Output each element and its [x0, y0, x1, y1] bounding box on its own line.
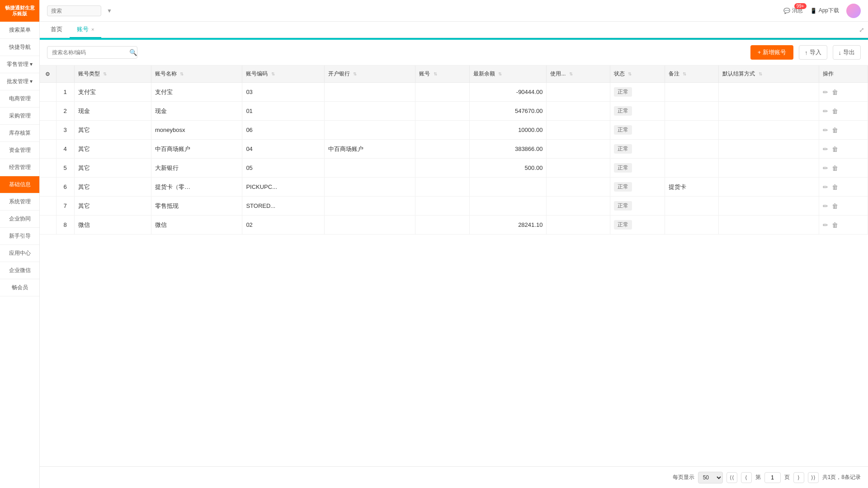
bell-icon: 💬 — [783, 8, 790, 14]
tab-account[interactable]: 账号× — [70, 22, 101, 38]
row-account-name-3: 中百商场账户 — [151, 140, 242, 159]
sidebar-item-enterprise-wechat[interactable]: 企业微信 — [0, 262, 39, 279]
sidebar-item-app-center[interactable]: 应用中心 — [0, 245, 39, 262]
total-label: 共1页，8条记录 — [822, 474, 861, 481]
app-download-label: App下载 — [819, 7, 839, 14]
row-account-code-1: 01 — [242, 102, 325, 121]
row-balance-4: 500.00 — [469, 159, 546, 178]
delete-icon-1[interactable]: 🗑 — [832, 108, 838, 115]
col-usage[interactable]: 使用... ⇅ — [547, 66, 610, 83]
row-default-settlement-3 — [719, 140, 819, 159]
delete-icon-5[interactable]: 🗑 — [832, 183, 838, 191]
search-button[interactable]: 🔍 — [129, 49, 137, 56]
export-button[interactable]: ↓ 导出 — [833, 45, 861, 60]
pagination: 每页显示 50 10 20 100 ⟨⟨ ⟨ 第 页 ⟩ ⟩⟩ 共1页，8条记录 — [40, 466, 868, 488]
row-bank-6 — [324, 197, 415, 216]
maximize-icon[interactable]: ⤢ — [859, 26, 864, 33]
messages-button[interactable]: 💬 消息 99+ — [783, 7, 803, 14]
row-account-code-2: 06 — [242, 121, 325, 140]
row-balance-3: 383866.00 — [469, 140, 546, 159]
delete-icon-6[interactable]: 🗑 — [832, 202, 838, 210]
delete-icon-0[interactable]: 🗑 — [832, 89, 838, 96]
last-page-button[interactable]: ⟩⟩ — [808, 472, 819, 483]
edit-icon-3[interactable]: ✏ — [823, 145, 828, 153]
sidebar-item-purchase-mgmt[interactable]: 采购管理 — [0, 108, 39, 125]
tab-home[interactable]: 首页 — [43, 22, 70, 38]
row-account-no-5 — [415, 178, 470, 197]
col-status[interactable]: 状态 ⇅ — [610, 66, 665, 83]
header-search-input[interactable] — [47, 5, 101, 16]
prev-page-button[interactable]: ⟨ — [741, 472, 752, 483]
row-account-type-5: 其它 — [74, 178, 151, 197]
col-default-settlement[interactable]: 默认结算方式 ⇅ — [719, 66, 819, 83]
col-account-type[interactable]: 账号类型 ⇅ — [74, 66, 151, 83]
sidebar-item-capital-mgmt[interactable]: 资金管理 — [0, 142, 39, 159]
row-default-settlement-2 — [719, 121, 819, 140]
sidebar-item-basic-info[interactable]: 基础信息 — [0, 176, 39, 193]
delete-icon-3[interactable]: 🗑 — [832, 145, 838, 153]
delete-icon-2[interactable]: 🗑 — [832, 127, 838, 134]
row-account-type-0: 支付宝 — [74, 83, 151, 102]
sidebar-item-inventory-check[interactable]: 库存核算 — [0, 125, 39, 142]
row-default-settlement-6 — [719, 197, 819, 216]
logo: 畅捷通财生意 乐账版 — [0, 0, 39, 22]
row-account-code-4: 05 — [242, 159, 325, 178]
row-account-name-4: 大新银行 — [151, 159, 242, 178]
col-remark[interactable]: 备注 ⇅ — [665, 66, 719, 83]
row-settings-3 — [40, 140, 56, 159]
edit-icon-7[interactable]: ✏ — [823, 221, 828, 229]
delete-icon-4[interactable]: 🗑 — [832, 164, 838, 172]
tab-close-account[interactable]: × — [91, 27, 94, 32]
sidebar-item-search-order[interactable]: 搜索菜单 — [0, 22, 39, 39]
col-balance[interactable]: 最新余额 ⇅ — [469, 66, 546, 83]
row-action-0: ✏ 🗑 — [819, 83, 868, 102]
search-input[interactable] — [47, 46, 137, 59]
next-page-button[interactable]: ⟩ — [793, 472, 804, 483]
table-header-row: ⚙ 账号类型 ⇅ 账号名称 ⇅ 账号编码 ⇅ 开户银行 ⇅ 账号 ⇅ 最新余额 … — [40, 66, 868, 83]
sidebar-item-member[interactable]: 畅会员 — [0, 279, 39, 296]
page-input[interactable] — [764, 472, 781, 483]
avatar[interactable] — [846, 4, 861, 18]
page-size-select[interactable]: 50 10 20 100 — [698, 472, 723, 483]
col-account-no[interactable]: 账号 ⇅ — [415, 66, 470, 83]
row-balance-7: 28241.10 — [469, 216, 546, 235]
main-area: ▼ 💬 消息 99+ 📱 App下载 首页账号× ⤢ — [40, 0, 868, 488]
edit-icon-1[interactable]: ✏ — [823, 108, 828, 115]
app-download-button[interactable]: 📱 App下载 — [810, 7, 839, 14]
sidebar-item-system-mgmt[interactable]: 系统管理 — [0, 193, 39, 211]
first-page-button[interactable]: ⟨⟨ — [726, 472, 737, 483]
edit-icon-4[interactable]: ✏ — [823, 164, 828, 172]
sidebar-item-retail-mgmt[interactable]: 零售管理 ▾ — [0, 56, 39, 73]
toolbar-right: + 新增账号 ↑ 导入 ↓ 导出 — [750, 45, 861, 60]
sidebar-item-new-guide[interactable]: 新手引导 — [0, 228, 39, 245]
col-settings[interactable]: ⚙ — [40, 66, 56, 83]
edit-icon-6[interactable]: ✏ — [823, 202, 828, 210]
import-button[interactable]: ↑ 导入 — [799, 45, 827, 60]
row-account-name-0: 支付宝 — [151, 83, 242, 102]
row-account-no-6 — [415, 197, 470, 216]
sidebar-item-wholesale-mgmt[interactable]: 批发管理 ▾ — [0, 73, 39, 90]
sidebar-item-enterprise-agreement[interactable]: 企业协同 — [0, 211, 39, 228]
row-remark-5: 提货卡 — [665, 178, 719, 197]
add-account-button[interactable]: + 新增账号 — [750, 45, 793, 60]
toolbar: 🔍 + 新增账号 ↑ 导入 ↓ 导出 — [40, 40, 868, 66]
row-action-4: ✏ 🗑 — [819, 159, 868, 178]
col-account-name[interactable]: 账号名称 ⇅ — [151, 66, 242, 83]
delete-icon-7[interactable]: 🗑 — [832, 221, 838, 229]
col-bank[interactable]: 开户银行 ⇅ — [324, 66, 415, 83]
row-settings-4 — [40, 159, 56, 178]
col-account-code[interactable]: 账号编码 ⇅ — [242, 66, 325, 83]
edit-icon-0[interactable]: ✏ — [823, 89, 828, 96]
edit-icon-5[interactable]: ✏ — [823, 183, 828, 191]
row-remark-4 — [665, 159, 719, 178]
sidebar-item-ecommerce-mgmt[interactable]: 电商管理 — [0, 90, 39, 108]
row-status-3: 正常 — [610, 140, 665, 159]
table-row: 1 支付宝 支付宝 03 -90444.00 正常 ✏ 🗑 — [40, 83, 868, 102]
col-action: 操作 — [819, 66, 868, 83]
row-account-code-3: 04 — [242, 140, 325, 159]
sidebar-item-operation-mgmt[interactable]: 经营管理 — [0, 159, 39, 176]
row-account-no-4 — [415, 159, 470, 178]
sidebar-item-quick-nav[interactable]: 快捷导航 — [0, 39, 39, 56]
edit-icon-2[interactable]: ✏ — [823, 127, 828, 134]
row-num-3: 4 — [56, 140, 74, 159]
